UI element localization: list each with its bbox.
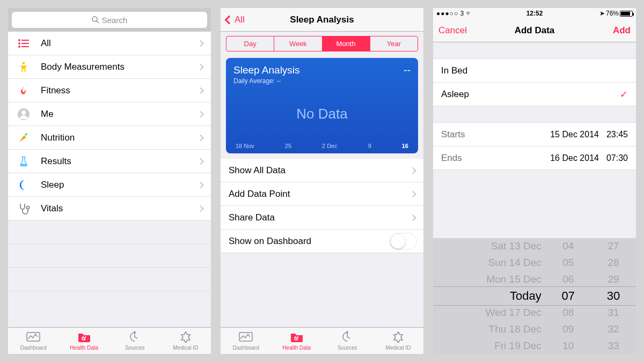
add-button[interactable]: Add: [608, 19, 636, 42]
action-show-all-data[interactable]: Show All Data: [221, 159, 423, 182]
checkmark-icon: ✓: [620, 88, 628, 100]
category-row-sleep[interactable]: Sleep: [8, 173, 211, 197]
search-input[interactable]: Search: [12, 12, 207, 28]
picker-option[interactable]: 07: [562, 288, 575, 305]
chevron-right-icon: [409, 214, 416, 221]
picker-option[interactable]: Mon 15 Dec: [486, 271, 541, 288]
category-row-body-measurements[interactable]: Body Measurements: [8, 55, 211, 79]
tab-dashboard[interactable]: Dashboard: [8, 328, 59, 354]
chart-nodata: No Data: [233, 85, 411, 143]
svg-point-4: [18, 42, 20, 45]
category-label: Fitness: [41, 85, 70, 96]
action-label: Show All Data: [229, 165, 286, 176]
category-row-all[interactable]: All: [8, 32, 211, 55]
sleep-actions-list: Show All DataAdd Data PointShare DataSho…: [221, 159, 423, 253]
picker-option[interactable]: 10: [562, 337, 574, 354]
screen-add-data: ●●●○○ 3 ᯤ 12:52 ➤ 76% Cancel Add Data Ad…: [433, 8, 636, 354]
tab-label: Medical ID: [173, 345, 198, 351]
picker-option[interactable]: 04: [562, 238, 574, 255]
category-row-fitness[interactable]: Fitness: [8, 79, 211, 102]
picker-option[interactable]: 27: [608, 238, 619, 255]
chevron-right-icon: [197, 158, 204, 165]
svg-rect-3: [21, 40, 29, 41]
back-button[interactable]: All: [221, 8, 250, 32]
category-row-nutrition[interactable]: Nutrition: [8, 126, 211, 150]
type-option-in-bed[interactable]: In Bed: [433, 59, 636, 83]
tab-label: Sources: [338, 345, 357, 351]
picker-option[interactable]: Thu 18 Dec: [489, 321, 541, 337]
action-share-data[interactable]: Share Data: [221, 206, 423, 230]
tab-label: Health Data: [70, 345, 98, 351]
starts-row[interactable]: Starts 15 Dec 201423:45: [433, 123, 636, 146]
picker-option[interactable]: 29: [608, 271, 619, 288]
svg-rect-5: [21, 43, 29, 44]
datetime-picker[interactable]: Sat 13 DecSun 14 DecMon 15 DecTodayWed 1…: [433, 238, 636, 354]
chevron-right-icon: [409, 190, 416, 197]
folder-icon: [77, 331, 91, 344]
tab-health-data[interactable]: Health Data: [272, 328, 323, 354]
chevron-right-icon: [197, 40, 204, 47]
category-label: Sleep: [41, 180, 64, 190]
action-label: Share Data: [229, 212, 275, 223]
category-row-results[interactable]: Results: [8, 150, 211, 173]
picker-option[interactable]: 09: [562, 321, 574, 337]
flask-icon: [16, 154, 31, 169]
picker-option[interactable]: Wed 17 Dec: [486, 304, 541, 321]
segment-month[interactable]: Month: [323, 36, 370, 51]
toggle-switch[interactable]: [390, 233, 417, 249]
picker-option[interactable]: Today: [510, 288, 541, 305]
picker-option[interactable]: 06: [562, 271, 574, 288]
body-icon: [16, 60, 31, 75]
cancel-button[interactable]: Cancel: [433, 19, 472, 42]
segment-day[interactable]: Day: [226, 36, 274, 51]
svg-line-1: [97, 21, 99, 23]
tab-sources[interactable]: Sources: [109, 328, 160, 354]
picker-option[interactable]: 05: [562, 255, 574, 271]
back-label: All: [235, 14, 245, 25]
status-signal: ●●●○○ 3 ᯤ: [436, 10, 472, 17]
page-title: Add Data: [515, 25, 555, 36]
sleep-chart-card[interactable]: Sleep Analysis -- Daily Average: -- No D…: [226, 58, 418, 153]
chevron-right-icon: [409, 167, 416, 174]
axis-tick: 9: [368, 143, 371, 149]
steth-icon: [16, 201, 31, 216]
tab-medical-id[interactable]: Medical ID: [160, 328, 211, 354]
medid-icon: [179, 331, 193, 344]
segment-week[interactable]: Week: [274, 36, 322, 51]
list-icon: [16, 36, 31, 51]
category-label: Vitals: [41, 203, 63, 214]
axis-tick: 16: [402, 143, 408, 149]
action-show-on-dashboard[interactable]: Show on Dashboard: [221, 230, 423, 253]
category-row-vitals[interactable]: Vitals: [8, 197, 211, 220]
picker-option[interactable]: 30: [607, 288, 620, 305]
action-label: Add Data Point: [229, 189, 290, 200]
type-option-asleep[interactable]: Asleep✓: [433, 83, 636, 106]
category-row-me[interactable]: Me: [8, 102, 211, 126]
picker-option[interactable]: 31: [608, 304, 619, 321]
tab-label: Dashboard: [233, 345, 259, 351]
tab-label: Health Data: [282, 345, 311, 351]
tab-sources[interactable]: Sources: [322, 328, 373, 354]
tab-health-data[interactable]: Health Data: [59, 328, 110, 354]
picker-option[interactable]: Fri 19 Dec: [494, 337, 541, 354]
tab-medical-id[interactable]: Medical ID: [373, 328, 424, 354]
action-add-data-point[interactable]: Add Data Point: [221, 182, 423, 206]
chart-title: Sleep Analysis: [233, 64, 300, 76]
status-bar: ●●●○○ 3 ᯤ 12:52 ➤ 76%: [433, 8, 636, 19]
segment-year[interactable]: Year: [370, 36, 418, 51]
picker-option[interactable]: 08: [562, 304, 574, 321]
chart-value: --: [404, 64, 411, 76]
category-label: Me: [41, 109, 54, 120]
picker-option[interactable]: 28: [608, 255, 619, 271]
picker-option[interactable]: 33: [608, 337, 619, 354]
ends-row[interactable]: Ends 16 Dec 201407:30: [433, 146, 636, 170]
category-label: All: [41, 38, 51, 49]
picker-option[interactable]: 32: [608, 321, 619, 337]
tab-dashboard[interactable]: Dashboard: [221, 328, 272, 354]
option-label: In Bed: [441, 65, 467, 76]
chevron-left-icon: [225, 16, 234, 25]
picker-option[interactable]: Sat 13 Dec: [491, 238, 541, 255]
picker-option[interactable]: Sun 14 Dec: [488, 255, 541, 271]
option-label: Asleep: [441, 89, 469, 100]
chevron-right-icon: [197, 63, 204, 70]
